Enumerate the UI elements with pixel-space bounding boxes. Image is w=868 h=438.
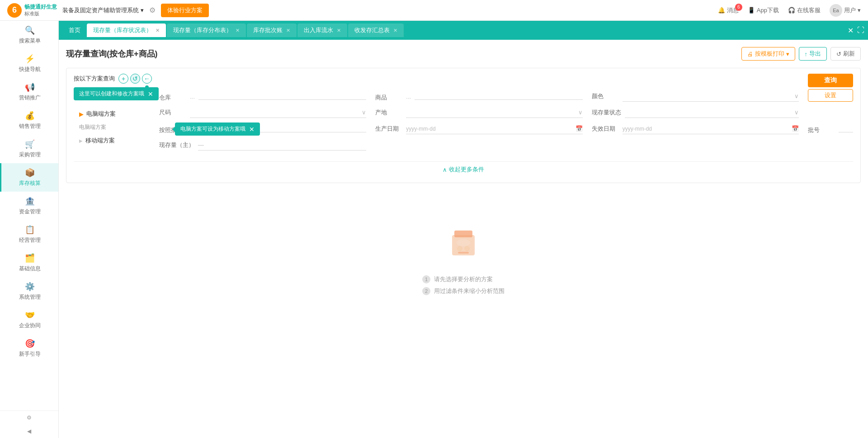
tooltip2-close[interactable]: ✕	[148, 90, 153, 98]
printer-icon: 🖨	[747, 51, 753, 57]
headset-icon: 🎧	[788, 7, 795, 14]
sidebar-item-system[interactable]: ⚙️ 系统管理	[0, 277, 58, 306]
sidebar-item-search[interactable]: 🔍 搜索菜单	[0, 21, 58, 49]
sidebar-item-marketing[interactable]: 📢 营销推广	[0, 78, 58, 106]
sidebar-label-enterprise: 企业协同	[19, 322, 41, 330]
back-scheme-btn[interactable]: ←	[142, 74, 152, 84]
messages-btn[interactable]: 🔔 消息 6	[718, 6, 739, 14]
sidebar-collapse-btn[interactable]: ◀	[0, 424, 58, 438]
filter-icons: + ↺ ←	[118, 74, 152, 84]
tip1-text: 请先选择要分析的方案	[434, 273, 493, 285]
gear-icon: ⚙️	[25, 282, 35, 292]
avatar: Ea	[830, 4, 842, 17]
tab-inventory-dist[interactable]: 现存量（库存分布表） ✕	[167, 24, 246, 37]
search-btn[interactable]: 查询	[808, 74, 853, 87]
chevron-down-origin: ∨	[578, 109, 583, 116]
refresh-scheme-btn[interactable]: ↺	[130, 74, 140, 84]
sidebar-item-quick[interactable]: ⚡ 快捷导航	[0, 49, 58, 78]
tab-expand-btn[interactable]: ⛶	[857, 26, 864, 35]
chevron-down-icon: ▾	[858, 7, 861, 14]
calendar-icon-produce[interactable]: 📅	[576, 125, 583, 132]
sidebar-label-marketing: 营销推广	[19, 94, 41, 102]
expire-date-placeholder: yyyy-mm-dd	[623, 126, 652, 132]
warehouse-dots[interactable]: ···	[190, 94, 195, 101]
svg-point-2	[457, 246, 462, 251]
scheme-tooltip-wrapper: 这里可以创建和修改方案哦 ✕	[74, 87, 159, 100]
sidebar: 🔍 搜索菜单 ⚡ 快捷导航 📢 营销推广 💰 销售管理 🛒 采购管理 📦	[0, 21, 59, 438]
sidebar-bottom: ⚙ ◀	[0, 410, 58, 438]
industry-btn[interactable]: 体验行业方案	[161, 4, 209, 17]
goods-dots[interactable]: ···	[406, 94, 411, 101]
tab-in-out-flow-close[interactable]: ✕	[337, 28, 341, 33]
app-download-btn[interactable]: 📱 App下载	[748, 6, 779, 14]
expire-date-field: 失效日期 yyyy-mm-dd 📅	[592, 123, 799, 134]
system-select[interactable]: 装备及固定资产辅助管理系统 ▾	[62, 6, 144, 14]
refresh-icon: ↺	[836, 51, 841, 57]
megaphone-icon: 📢	[25, 82, 35, 92]
collapse-up-icon: ∧	[443, 166, 447, 173]
add-scheme-container: +	[118, 74, 128, 84]
filter-fields: 仓库 ··· 商品 ··· 颜色	[159, 74, 853, 156]
sidebar-settings-btn[interactable]: ⚙	[0, 411, 58, 424]
origin-field: 产地 ∨	[375, 107, 582, 118]
add-scheme-btn[interactable]: +	[118, 74, 128, 84]
money-icon: 💰	[25, 111, 35, 121]
tab-in-out-flow-label: 出入库流水	[304, 26, 333, 34]
print-btn[interactable]: 🖨 按模板打印 ▾	[741, 47, 795, 61]
tip-num-2: 2	[422, 287, 430, 295]
target-icon: 🎯	[25, 339, 35, 349]
user-label: 用户	[844, 6, 856, 14]
folder-icon: 🗂️	[25, 253, 35, 263]
scheme-item-pc-sub: 电脑端方案	[74, 122, 152, 133]
sidebar-item-finance[interactable]: 🏦 资金管理	[0, 192, 58, 220]
page-actions: 🖨 按模板打印 ▾ ↑ 导出 ↺ 刷新	[741, 47, 861, 61]
collapse-row[interactable]: ∧ 收起更多条件	[74, 161, 853, 177]
tab-receive-send-close[interactable]: ✕	[393, 28, 397, 33]
refresh-btn[interactable]: ↺ 刷新	[830, 47, 861, 61]
tab-actions: ✕ ⛶	[848, 26, 864, 35]
tab-batch-account[interactable]: 库存批次账 ✕	[247, 24, 297, 37]
calendar-icon-expire[interactable]: 📅	[792, 125, 799, 132]
tab-inventory-dist-close[interactable]: ✕	[236, 28, 240, 33]
tab-inventory-status-close[interactable]: ✕	[156, 28, 160, 33]
tab-home[interactable]: 首页	[62, 24, 87, 37]
tip2-text: 用过滤条件来缩小分析范围	[434, 285, 505, 297]
sidebar-item-enterprise[interactable]: 🤝 企业协同	[0, 306, 58, 334]
online-service-btn[interactable]: 🎧 在线客服	[788, 6, 821, 14]
sidebar-label-inventory: 库存核算	[19, 179, 41, 187]
empty-illustration	[441, 219, 486, 264]
search-btn-area: 查询 设置	[808, 74, 853, 102]
sidebar-item-guide[interactable]: 🎯 新手引导	[0, 334, 58, 363]
tab-receive-send[interactable]: 收发存汇总表 ✕	[348, 24, 404, 37]
sidebar-item-sales[interactable]: 💰 销售管理	[0, 106, 58, 135]
scheme-mobile-tooltip: 电脑方案可设为移动方案哦 ✕	[175, 122, 260, 136]
sidebar-label-search: 搜索菜单	[19, 37, 41, 45]
tab-inventory-status[interactable]: 现存量（库存状况表） ✕	[87, 24, 166, 37]
stock-qty-field: 现存量（主） —	[159, 140, 366, 151]
logo-text: 畅捷通好生意 标准版	[24, 4, 57, 17]
origin-label: 产地	[375, 108, 402, 117]
tab-close-all-btn[interactable]: ✕	[848, 26, 854, 35]
user-menu[interactable]: Ea 用户 ▾	[830, 4, 861, 17]
tab-in-out-flow[interactable]: 出入库流水 ✕	[297, 24, 347, 37]
sidebar-item-inventory[interactable]: 📦 库存核算	[0, 163, 58, 192]
batch-no-field: 批号	[808, 126, 853, 134]
scheme-item-mobile[interactable]: ▶ 移动端方案	[74, 133, 152, 148]
tab-batch-account-close[interactable]: ✕	[286, 28, 290, 33]
export-btn[interactable]: ↑ 导出	[799, 47, 827, 61]
set-btn[interactable]: 设置	[808, 89, 853, 102]
settings-icon[interactable]: ⚙	[149, 6, 156, 14]
empty-tip-2: 2 用过滤条件来缩小分析范围	[422, 285, 505, 297]
main-layout: 🔍 搜索菜单 ⚡ 快捷导航 📢 营销推广 💰 销售管理 🛒 采购管理 📦	[0, 21, 868, 438]
sidebar-item-operations[interactable]: 📋 经营管理	[0, 220, 58, 249]
scheme-item-pc[interactable]: ▶ 电脑端方案	[74, 106, 152, 122]
chevron-down-icon: ▾	[786, 51, 789, 57]
content-area: 首页 现存量（库存状况表） ✕ 现存量（库存分布表） ✕ 库存批次账 ✕ 出入库…	[59, 21, 868, 438]
filter-header: 按以下方案查询 + ↺	[74, 74, 152, 84]
sidebar-item-basic[interactable]: 🗂️ 基础信息	[0, 249, 58, 277]
system-title: 装备及固定资产辅助管理系统	[62, 6, 139, 14]
tooltip1-close[interactable]: ✕	[249, 126, 255, 133]
empty-tips: 1 请先选择要分析的方案 2 用过滤条件来缩小分析范围	[422, 273, 505, 297]
chevron-down-stock: ∨	[794, 109, 799, 116]
sidebar-item-purchase[interactable]: 🛒 采购管理	[0, 135, 58, 163]
